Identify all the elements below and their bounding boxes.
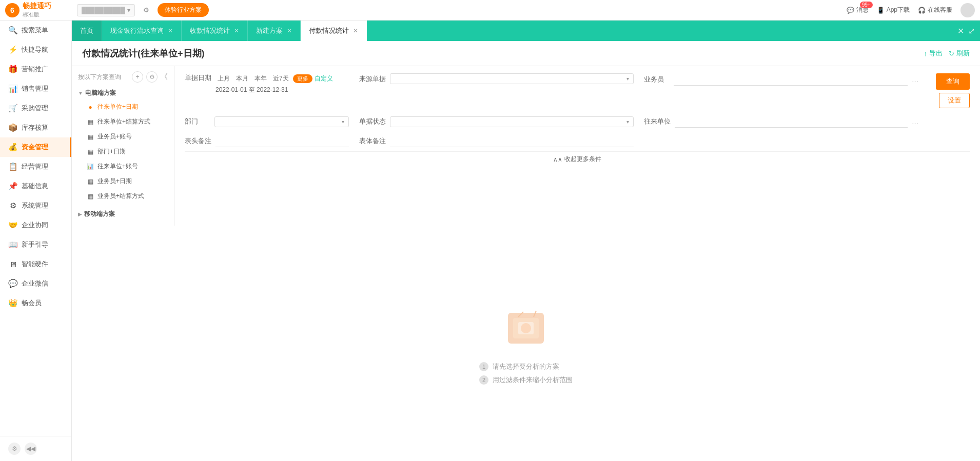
salesperson-more-icon[interactable]: … <box>912 76 918 84</box>
date-more-btn[interactable]: 更多 <box>293 74 312 83</box>
collapse-filter-button[interactable]: ∧∧ 收起更多条件 <box>553 155 601 164</box>
scheme-pc-group-header[interactable]: ▼ 电脑端方案 <box>76 87 170 99</box>
salesperson-input[interactable] <box>674 73 908 86</box>
info-icon: 📌 <box>8 182 17 191</box>
date-range-display: 2022-01-01 至 2022-12-31 <box>215 86 333 94</box>
tab-home[interactable]: 首页 <box>72 21 102 41</box>
refresh-button[interactable]: ↻ 刷新 <box>949 49 970 58</box>
sidebar-item-guide[interactable]: 📖 新手引导 <box>0 235 71 254</box>
message-icon: 💬 <box>847 7 854 14</box>
pc-group-arrow-icon: ▼ <box>78 90 83 96</box>
sidebar-label-hardware: 智能硬件 <box>22 259 48 269</box>
sidebar-label-nav: 快捷导航 <box>22 45 48 54</box>
close-tab-icon[interactable]: ✕ <box>957 26 964 36</box>
page-header: 付款情况统计(往来单位+日期) ↑ 导出 ↻ 刷新 <box>72 41 980 66</box>
query-button[interactable]: 查询 <box>936 73 970 90</box>
dept-select[interactable]: ▾ <box>214 116 349 127</box>
source-select[interactable]: ▾ <box>390 73 634 84</box>
add-scheme-icon[interactable]: + <box>132 71 143 83</box>
sidebar-item-member[interactable]: 👑 畅会员 <box>0 293 71 313</box>
sidebar-item-hardware[interactable]: 🖥 智能硬件 <box>0 254 71 274</box>
scheme-pc-group: ▼ 电脑端方案 ● 往来单位+日期 ▦ 往来单位+结算方式 ▦ 业务员+账号 <box>72 87 174 204</box>
page-title: 付款情况统计(往来单位+日期) <box>82 47 205 59</box>
scheme-item-counterparty-account[interactable]: 📊 往来单位+账号 <box>76 159 170 174</box>
date-last-month-btn[interactable]: 上月 <box>215 73 232 84</box>
search-icon: 🔍 <box>8 26 17 35</box>
headset-icon: 🎧 <box>918 7 926 14</box>
docstatus-select[interactable]: ▾ <box>390 116 634 127</box>
trial-button[interactable]: 体验行业方案 <box>158 3 209 17</box>
avatar[interactable] <box>961 3 975 17</box>
scheme-item-label-4: 往来单位+账号 <box>97 162 138 171</box>
manage-scheme-icon[interactable]: ⚙ <box>146 71 158 83</box>
tab-actions: ✕ ⤢ <box>952 26 980 36</box>
top-bar-right: 💬 消息 99+ 📱 App下载 🎧 在线客服 <box>847 3 975 17</box>
book-icon: 📖 <box>8 240 17 249</box>
settings-bottom-icon[interactable]: ⚙ <box>8 443 21 455</box>
online-service-button[interactable]: 🎧 在线客服 <box>918 6 952 14</box>
body-note-input[interactable] <box>390 135 634 147</box>
date-this-month-btn[interactable]: 本月 <box>234 73 250 84</box>
setting-button[interactable]: 设置 <box>939 93 970 108</box>
mobile-group-arrow-icon: ▶ <box>78 211 82 217</box>
scheme-icon-1: ▦ <box>86 118 94 126</box>
sidebar-item-purchase[interactable]: 🛒 采购管理 <box>0 98 71 118</box>
counterparty-input[interactable] <box>675 115 908 128</box>
date-custom-btn[interactable]: 自定义 <box>315 74 333 83</box>
collapse-sidebar-icon[interactable]: ◀◀ <box>25 443 37 455</box>
sidebar-item-wechat[interactable]: 💬 企业微信 <box>0 274 71 293</box>
company-selector[interactable]: ██████████ ▾ <box>77 4 135 16</box>
scheme-mobile-group-header[interactable]: ▶ 移动端方案 <box>76 208 170 221</box>
sidebar-item-search[interactable]: 🔍 搜索菜单 <box>0 21 71 40</box>
tab-payment[interactable]: 付款情况统计 ✕ <box>301 21 367 41</box>
tab-receivable[interactable]: 收款情况统计 ✕ <box>182 21 248 41</box>
maximize-icon[interactable]: ⤢ <box>968 26 975 36</box>
scheme-icon-5: ▦ <box>86 177 94 186</box>
settings-icon[interactable]: ⚙ <box>139 3 153 17</box>
scheme-item-counterparty-date[interactable]: ● 往来单位+日期 <box>76 99 170 114</box>
app-download-button[interactable]: 📱 App下载 <box>877 6 910 14</box>
scheme-item-counterparty-payment[interactable]: ▦ 往来单位+结算方式 <box>76 114 170 129</box>
tab-receivable-close-icon[interactable]: ✕ <box>234 27 239 34</box>
tab-cashflow-close-icon[interactable]: ✕ <box>168 27 173 34</box>
header-note-input[interactable] <box>215 135 349 147</box>
tab-cashflow[interactable]: 现金银行流水查询 ✕ <box>102 21 182 41</box>
empty-tip-2: 2 用过滤条件来缩小分析范围 <box>479 375 573 385</box>
sidebar-label-search: 搜索菜单 <box>22 26 48 35</box>
sidebar-item-collab[interactable]: 🤝 企业协同 <box>0 215 71 235</box>
sidebar-item-marketing[interactable]: 🎁 营销推广 <box>0 59 71 79</box>
sidebar-item-sales[interactable]: 📊 销售管理 <box>0 79 71 98</box>
scheme-active-icon: ● <box>86 103 94 111</box>
sidebar: 🔍 搜索菜单 ⚡ 快捷导航 🎁 营销推广 📊 销售管理 🛒 采购管理 📦 库存核… <box>0 21 72 461</box>
sidebar-item-operations[interactable]: 📋 经营管理 <box>0 157 71 176</box>
sidebar-item-system[interactable]: ⚙ 系统管理 <box>0 196 71 215</box>
export-button[interactable]: ↑ 导出 <box>924 49 943 58</box>
sidebar-item-finance[interactable]: 💰 资金管理 <box>0 137 71 157</box>
dropdown-arrow-icon: ▾ <box>127 7 130 14</box>
message-button[interactable]: 💬 消息 99+ <box>847 6 869 14</box>
export-label: 导出 <box>929 49 943 58</box>
sidebar-item-inventory[interactable]: 📦 库存核算 <box>0 118 71 137</box>
scheme-item-salesperson-payment[interactable]: ▦ 业务员+结算方式 <box>76 189 170 204</box>
main-layout: 🔍 搜索菜单 ⚡ 快捷导航 🎁 营销推广 📊 销售管理 🛒 采购管理 📦 库存核… <box>0 21 980 461</box>
tab-payment-close-icon[interactable]: ✕ <box>353 27 358 34</box>
sidebar-label-inventory: 库存核算 <box>22 123 48 132</box>
body-note-label: 表体备注 <box>359 136 386 146</box>
counterparty-more-icon[interactable]: … <box>912 118 918 126</box>
sidebar-item-nav[interactable]: ⚡ 快捷导航 <box>0 40 71 59</box>
scheme-icon-2: ▦ <box>86 133 94 141</box>
scheme-header-actions: + ⚙ 《 <box>132 71 168 83</box>
scheme-item-salesperson-account[interactable]: ▦ 业务员+账号 <box>76 129 170 144</box>
date-7days-btn[interactable]: 近7天 <box>271 73 291 84</box>
sidebar-item-basic[interactable]: 📌 基础信息 <box>0 176 71 196</box>
tab-new-scheme[interactable]: 新建方案 ✕ <box>248 21 301 41</box>
scheme-item-dept-date[interactable]: ▦ 部门+日期 <box>76 144 170 159</box>
collapse-scheme-icon[interactable]: 《 <box>161 72 168 82</box>
tip-num-1: 1 <box>479 362 488 371</box>
date-this-year-btn[interactable]: 本年 <box>252 73 269 84</box>
scheme-item-label-3: 部门+日期 <box>97 147 126 156</box>
scheme-item-salesperson-date[interactable]: ▦ 业务员+日期 <box>76 174 170 189</box>
docstatus-filter-label: 单据状态 <box>359 117 386 126</box>
tab-home-label: 首页 <box>80 26 93 35</box>
tab-new-scheme-close-icon[interactable]: ✕ <box>287 27 292 34</box>
